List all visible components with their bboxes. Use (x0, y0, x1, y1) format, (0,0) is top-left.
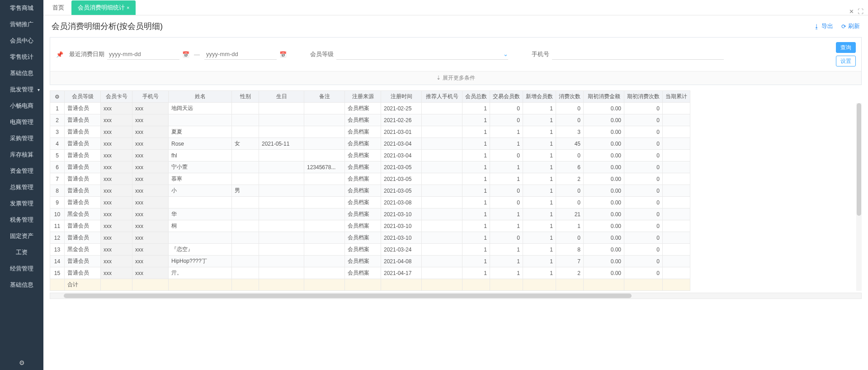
table-row[interactable]: 12普通会员xxxxxx会员档案2021-03-1010100.000 (50, 232, 690, 244)
sidebar-item[interactable]: 库存核算 (0, 147, 43, 163)
date-from-input[interactable] (107, 49, 179, 60)
sidebar-item[interactable]: 电商管理 (0, 114, 43, 130)
column-header[interactable]: 会员总数 (462, 91, 490, 103)
cell (663, 220, 690, 232)
column-header[interactable]: 推荐人手机号 (422, 91, 462, 103)
table-row[interactable]: 2普通会员xxxxxx会员档案2021-02-2610100.000 (50, 114, 690, 126)
table-row[interactable]: 5普通会员xxxxxxfhl会员档案2021-03-0410100.000 (50, 150, 690, 161)
cell (490, 279, 523, 291)
calendar-icon[interactable]: 📅 (182, 51, 189, 58)
cell: 1 (462, 209, 490, 220)
cell (232, 279, 259, 291)
cell: 2021-03-05 (381, 185, 422, 197)
cell: 2021-03-10 (381, 209, 422, 220)
settings-gear-icon[interactable]: ⚙ (0, 356, 43, 370)
cell: 6 (556, 161, 584, 173)
fullscreen-icon[interactable]: ⛶ (858, 8, 863, 15)
calendar-icon[interactable]: 📅 (279, 51, 287, 58)
column-header[interactable]: 生日 (259, 91, 304, 103)
column-header[interactable]: 姓名 (169, 91, 232, 103)
settings-button[interactable]: 设置 (836, 56, 856, 66)
cell: 3 (50, 126, 65, 138)
column-header[interactable]: 备注 (304, 91, 345, 103)
sidebar-item[interactable]: 固定资产 (0, 228, 43, 244)
column-header[interactable]: 当期累计 (663, 91, 690, 103)
tab-member-detail[interactable]: 会员消费明细统计 × (71, 0, 136, 15)
cell: 普通会员 (65, 256, 101, 267)
cell: 1 (523, 197, 556, 209)
column-header[interactable]: 期初消费金额 (584, 91, 624, 103)
query-button[interactable]: 查询 (836, 42, 856, 53)
phone-input[interactable] (552, 49, 724, 60)
sidebar-item[interactable]: 采购管理 (0, 130, 43, 147)
sidebar-item[interactable]: 小畅电商 (0, 98, 43, 114)
sidebar-item[interactable]: 批发管理 (0, 81, 43, 98)
table-row[interactable]: 7普通会员xxxxxx慕寒会员档案2021-03-0511120.000 (50, 173, 690, 185)
table-row[interactable]: 1普通会员xxxxxx地阔天远会员档案2021-02-2510100.000 (50, 103, 690, 114)
sidebar-item[interactable]: 发票管理 (0, 195, 43, 212)
column-header[interactable]: 消费次数 (556, 91, 584, 103)
cell: 1 (523, 173, 556, 185)
cell (523, 279, 556, 291)
column-header[interactable]: 性别 (232, 91, 259, 103)
column-header[interactable]: 手机号 (132, 91, 169, 103)
pin-icon[interactable]: 📌 (56, 51, 64, 58)
cell: 会员档案 (345, 256, 381, 267)
sidebar: 零售商城营销推广会员中心零售统计基础信息批发管理小畅电商电商管理采购管理库存核算… (0, 0, 43, 370)
table-row[interactable]: 9普通会员xxxxxx会员档案2021-03-0810100.000 (50, 197, 690, 209)
level-label: 会员等级 (310, 50, 334, 58)
cell: 0 (624, 173, 663, 185)
column-header[interactable]: 注册时间 (381, 91, 422, 103)
column-header[interactable]: 会员等级 (65, 91, 101, 103)
sidebar-item[interactable]: 零售商城 (0, 0, 43, 16)
cell: 0.00 (584, 267, 624, 279)
horizontal-scrollbar[interactable] (50, 293, 862, 299)
cell: 亓。 (169, 267, 232, 279)
table-row[interactable]: 8普通会员xxxxxx小男会员档案2021-03-0510100.000 (50, 185, 690, 197)
table-row[interactable]: 15普通会员xxxxxx亓。会员档案2021-04-1711120.000 (50, 267, 690, 279)
expand-filters[interactable]: ⇣ 展开更多条件 (50, 71, 861, 85)
table-row[interactable]: 11普通会员xxxxxx桐会员档案2021-03-1011110.000 (50, 220, 690, 232)
refresh-button[interactable]: ⟳ 刷新 (841, 22, 860, 30)
table-row[interactable]: 14普通会员xxxxxxHipHop????丁会员档案2021-04-08111… (50, 256, 690, 267)
cell: 2021-03-05 (381, 173, 422, 185)
table-row[interactable]: 4普通会员xxxxxxRose女2021-05-11会员档案2021-03-04… (50, 138, 690, 150)
sidebar-item[interactable]: 基础信息 (0, 65, 43, 81)
sidebar-item[interactable]: 税务管理 (0, 212, 43, 228)
column-header[interactable]: 新增会员数 (523, 91, 556, 103)
sidebar-item[interactable]: 经营管理 (0, 261, 43, 277)
close-all-icon[interactable]: ✕ (849, 8, 854, 15)
sidebar-item[interactable]: 基础信息 (0, 277, 43, 293)
export-button[interactable]: ⭳ 导出 (814, 22, 833, 30)
sidebar-item[interactable]: 营销推广 (0, 16, 43, 33)
sidebar-item[interactable]: 会员中心 (0, 33, 43, 49)
table-row[interactable]: 13黑金会员xxxxxx『恋空』会员档案2021-03-2411180.000 (50, 244, 690, 256)
column-header[interactable]: 会员卡号 (101, 91, 132, 103)
close-icon[interactable]: × (127, 5, 129, 10)
column-header[interactable]: 注册来源 (345, 91, 381, 103)
cell: 『恋空』 (169, 244, 232, 256)
table-row[interactable]: 3普通会员xxxxxx夏夏会员档案2021-03-0111130.000 (50, 126, 690, 138)
sidebar-item[interactable]: 工资 (0, 244, 43, 261)
cell (422, 173, 462, 185)
column-settings-icon[interactable]: ⚙ (50, 91, 65, 103)
table-row[interactable]: 10黑金会员xxxxxx华会员档案2021-03-10111210.000 (50, 209, 690, 220)
vertical-scrollbar[interactable] (856, 103, 862, 291)
level-select[interactable]: ⌄ (336, 49, 508, 60)
sidebar-item[interactable]: 资金管理 (0, 163, 43, 179)
tab-bar: 首页 会员消费明细统计 × ✕ ⛶ (43, 0, 868, 15)
cell (663, 138, 690, 150)
cell: xxx (132, 185, 169, 197)
date-to-input[interactable] (204, 49, 277, 60)
column-header[interactable]: 交易会员数 (490, 91, 523, 103)
sidebar-item[interactable]: 零售统计 (0, 49, 43, 65)
sidebar-item[interactable]: 总账管理 (0, 179, 43, 195)
cell: HipHop????丁 (169, 256, 232, 267)
cell (232, 267, 259, 279)
column-header[interactable]: 期初消费次数 (624, 91, 663, 103)
cell: 2021-04-08 (381, 256, 422, 267)
cell: 0 (624, 161, 663, 173)
cell (132, 279, 169, 291)
tab-home[interactable]: 首页 (46, 0, 71, 15)
table-row[interactable]: 6普通会员xxxxxx宁小萱12345678...会员档案2021-03-051… (50, 161, 690, 173)
